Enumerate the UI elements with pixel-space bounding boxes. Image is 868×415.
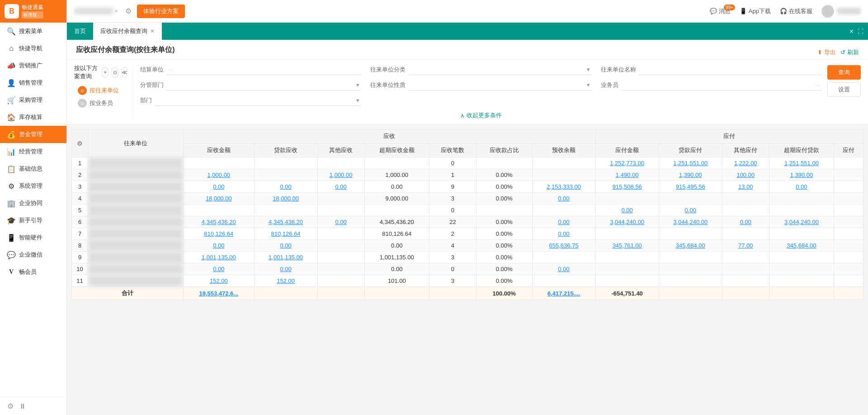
settlement-unit-input[interactable]: ··· — [166, 64, 361, 75]
filter-option-by-salesman[interactable]: ⊙ 按业务员 — [74, 97, 128, 110]
table-cell — [317, 205, 364, 216]
table-cell[interactable]: 4,345,436.20 — [254, 216, 317, 228]
table-cell[interactable]: 345,684.00 — [659, 240, 722, 252]
table-cell[interactable]: 0.00 — [532, 263, 595, 275]
table-cell[interactable]: 0.00 — [254, 181, 317, 193]
sidebar-item-operations[interactable]: 📊 经营管理 — [0, 143, 66, 160]
sidebar-item-guide[interactable]: 🎓 新手引导 — [0, 212, 66, 229]
tab-home[interactable]: 首页 — [67, 23, 93, 40]
sidebar-item-quick-nav[interactable]: ⌂ 快捷导航 — [0, 40, 66, 57]
table-cell[interactable]: 1,001,135.00 — [254, 252, 317, 263]
table-cell: -------- — [88, 216, 184, 228]
sidebar-item-search-menu[interactable]: 🔍 搜索菜单 — [0, 23, 66, 40]
table-cell[interactable]: 3,044,240.00 — [769, 216, 834, 228]
partner-category-select[interactable]: ▾ — [408, 64, 591, 75]
table-cell[interactable]: 0.00 — [184, 240, 254, 252]
add-scheme-button[interactable]: + — [102, 67, 108, 78]
solution-button[interactable]: 体验行业方案 — [137, 5, 185, 18]
pause-bottom-icon[interactable]: ⏸ — [19, 402, 26, 410]
sidebar-item-basic-info[interactable]: 📋 基础信息 — [0, 160, 66, 177]
table-cell[interactable]: 77.00 — [722, 240, 769, 252]
table-cell[interactable]: 0.00 — [532, 228, 595, 240]
table-cell[interactable]: 655,636.75 — [532, 240, 595, 252]
table-cell[interactable]: 0.00 — [769, 181, 834, 193]
table-cell[interactable]: 18,000.00 — [254, 193, 317, 205]
table-cell[interactable]: 152.00 — [254, 275, 317, 287]
collapse-scheme-button[interactable]: ≪ — [121, 67, 128, 78]
table-cell[interactable]: 0.00 — [317, 181, 364, 193]
table-cell[interactable]: 345,684.00 — [769, 240, 834, 252]
table-cell[interactable]: 0.00 — [532, 216, 595, 228]
table-cell[interactable]: 915,495.56 — [659, 181, 722, 193]
sidebar-item-purchase[interactable]: 🛒 采购管理 — [0, 91, 66, 109]
option-inactive-icon: ⊙ — [78, 99, 87, 108]
table-cell[interactable]: 3,044,240.00 — [595, 216, 659, 228]
table-cell[interactable]: 0.00 — [595, 205, 659, 216]
sidebar-item-sales[interactable]: 👤 销售管理 — [0, 74, 66, 91]
table-cell[interactable]: 915,508.56 — [595, 181, 659, 193]
notifications-item[interactable]: 💬 消息 99+ — [710, 7, 731, 15]
sidebar-item-enterprise[interactable]: 🏢 企业协同 — [0, 195, 66, 212]
edit-scheme-button[interactable]: ⊙ — [111, 67, 118, 78]
table-cell[interactable]: 345,761.00 — [595, 240, 659, 252]
table-cell[interactable]: 100.00 — [722, 169, 769, 181]
sidebar-item-inventory[interactable]: 🏠 库存核算 — [0, 109, 66, 126]
footer-ar-amount[interactable]: 19,553,472,6... — [184, 287, 254, 300]
user-info[interactable]: --- — [821, 5, 861, 18]
sidebar-item-wechat[interactable]: 💬 企业微信 — [0, 246, 66, 263]
table-cell[interactable]: 1,251,551.00 — [659, 157, 722, 169]
table-cell[interactable]: 810,126.64 — [184, 228, 254, 240]
sidebar-item-hardware[interactable]: 📱 智能硬件 — [0, 229, 66, 246]
table-cell[interactable]: 1,251,551.00 — [769, 157, 834, 169]
table-cell[interactable]: 1,001,135.00 — [184, 252, 254, 263]
table-cell[interactable]: 18,000.00 — [184, 193, 254, 205]
filter-option-by-partner[interactable]: ⊙ 按往来单位 — [74, 84, 128, 97]
sidebar-item-finance[interactable]: 💰 资金管理 — [0, 126, 66, 143]
table-cell[interactable]: 152.00 — [184, 275, 254, 287]
table-cell[interactable]: 0.00 — [722, 216, 769, 228]
query-button[interactable]: 查询 — [827, 65, 861, 80]
table-cell[interactable]: 810,126.64 — [254, 228, 317, 240]
table-cell — [184, 205, 254, 216]
footer-ar-advance[interactable]: 6,417,215.... — [532, 287, 595, 300]
table-cell[interactable]: 1,000.00 — [317, 169, 364, 181]
table-cell[interactable]: 13.00 — [722, 181, 769, 193]
table-cell[interactable]: 2,153,333.00 — [532, 181, 595, 193]
salesman-input[interactable]: ··· — [621, 80, 822, 91]
table-cell[interactable]: 3,044,240.00 — [659, 216, 722, 228]
partner-nature-select[interactable]: ▾ — [408, 80, 591, 91]
tab-ar-ap[interactable]: 应收应付余额查询 ✕ — [93, 23, 162, 40]
table-cell[interactable]: 0.00 — [254, 240, 317, 252]
table-cell[interactable]: 1,490.00 — [595, 169, 659, 181]
table-cell[interactable]: 4,345,436.20 — [184, 216, 254, 228]
table-cell[interactable]: 0.00 — [254, 263, 317, 275]
fullscreen-icon[interactable]: ⛶ — [858, 28, 863, 35]
app-download-item[interactable]: 📱 App下载 — [740, 7, 771, 15]
sub-dept-select[interactable]: ▾ — [166, 80, 361, 91]
settings-button[interactable]: 设置 — [827, 82, 861, 97]
table-settings-icon[interactable]: ⚙ — [77, 140, 83, 147]
refresh-button[interactable]: ↺ 刷新 — [840, 48, 859, 57]
table-cell[interactable]: 0.00 — [184, 181, 254, 193]
table-cell[interactable]: 1,252,773.00 — [595, 157, 659, 169]
settings-bottom-icon[interactable]: ⚙ — [7, 402, 14, 410]
sidebar-item-system[interactable]: ⚙ 系统管理 — [0, 177, 66, 195]
table-cell[interactable]: 1,390.00 — [769, 169, 834, 181]
table-cell[interactable]: 0.00 — [659, 205, 722, 216]
table-cell[interactable]: 1,390.00 — [659, 169, 722, 181]
sidebar-item-member[interactable]: V 畅会员 — [0, 263, 66, 281]
export-button[interactable]: ⬆ 导出 — [817, 48, 836, 57]
sidebar-item-marketing[interactable]: 📣 营销推广 — [0, 57, 66, 74]
table-cell[interactable]: 0.00 — [532, 193, 595, 205]
table-cell[interactable]: 1,000.00 — [184, 169, 254, 181]
close-window-icon[interactable]: ✕ — [849, 28, 854, 35]
online-service-item[interactable]: 🎧 在线客服 — [780, 7, 812, 15]
partner-name-input[interactable] — [639, 64, 822, 75]
table-cell[interactable]: 0.00 — [317, 216, 364, 228]
dept-select[interactable]: ▾ — [155, 95, 361, 106]
table-cell[interactable]: 1,222.00 — [722, 157, 769, 169]
table-cell[interactable]: 0.00 — [184, 263, 254, 275]
collapse-conditions-button[interactable]: ∧ 收起更多条件 — [460, 111, 502, 119]
topbar-gear-icon[interactable]: ⚙ — [125, 7, 132, 15]
tab-close-icon[interactable]: ✕ — [150, 28, 155, 34]
